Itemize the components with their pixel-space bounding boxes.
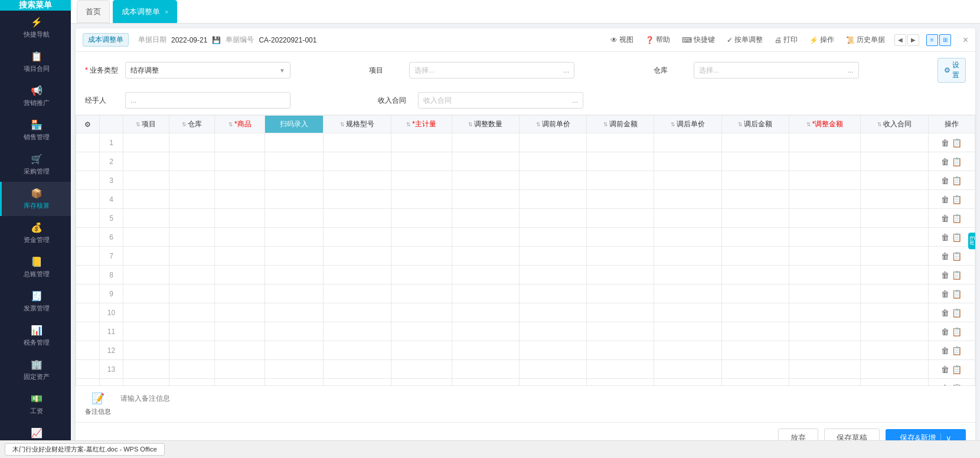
row-delete-icon[interactable]: 🗑 xyxy=(941,138,949,148)
row-delete-icon[interactable]: 🗑 xyxy=(941,308,949,318)
row-unit[interactable] xyxy=(391,133,452,152)
row-adj-amount[interactable] xyxy=(789,266,860,284)
row-copy-icon[interactable]: 📋 xyxy=(952,327,962,336)
row-prev-unit-price[interactable] xyxy=(519,322,586,341)
row-income-contract[interactable] xyxy=(861,266,928,284)
row-after-amount[interactable] xyxy=(721,266,789,284)
row-prev-amount[interactable] xyxy=(587,360,654,379)
row-prev-amount[interactable] xyxy=(587,247,654,266)
sidebar-item-marketing[interactable]: 📢 营销推广 xyxy=(0,79,71,113)
row-warehouse[interactable] xyxy=(169,379,215,386)
row-after-unit-price[interactable] xyxy=(654,303,721,322)
row-prev-amount[interactable] xyxy=(587,133,654,152)
row-copy-icon[interactable]: 📋 xyxy=(952,251,962,261)
row-after-unit-price[interactable] xyxy=(654,133,721,152)
row-warehouse[interactable] xyxy=(169,341,215,360)
row-after-unit-price[interactable] xyxy=(654,190,721,209)
row-adj-qty[interactable] xyxy=(452,133,519,152)
row-scan-input[interactable] xyxy=(265,133,324,152)
row-prev-unit-price[interactable] xyxy=(519,379,586,386)
row-adj-qty[interactable] xyxy=(452,284,519,303)
row-warehouse[interactable] xyxy=(169,360,215,379)
row-after-unit-price[interactable] xyxy=(654,247,721,266)
row-copy-icon[interactable]: 📋 xyxy=(952,176,962,185)
sidebar-item-purchase[interactable]: 🛒 采购管理 xyxy=(0,148,71,182)
row-product[interactable] xyxy=(215,284,265,303)
settings-button[interactable]: ⚙ 设置 xyxy=(937,58,966,83)
row-after-amount[interactable] xyxy=(721,360,789,379)
row-project[interactable] xyxy=(123,171,169,190)
row-prev-unit-price[interactable] xyxy=(519,247,586,266)
row-after-amount[interactable] xyxy=(721,152,789,171)
sidebar-item-invoice[interactable]: 🧾 发票管理 xyxy=(0,284,71,319)
row-project[interactable] xyxy=(123,379,169,386)
row-prev-amount[interactable] xyxy=(587,152,654,171)
row-unit[interactable] xyxy=(391,284,452,303)
row-spec-type[interactable] xyxy=(324,360,391,379)
business-type-input[interactable]: 结存调整 ▼ xyxy=(125,62,290,78)
row-prev-unit-price[interactable] xyxy=(519,341,586,360)
row-after-unit-price[interactable] xyxy=(654,322,721,341)
row-spec-type[interactable] xyxy=(324,190,391,209)
table-container[interactable]: ⚙ ⇅项目 ⇅仓库 ⇅*商品 扫码录入 ⇅规格型号 ⇅*主计量 ⇅调整数量 ⇅调… xyxy=(76,115,975,385)
row-income-contract[interactable] xyxy=(861,190,928,209)
row-income-contract[interactable] xyxy=(861,247,928,266)
doc-close-btn[interactable]: × xyxy=(963,35,968,45)
row-project[interactable] xyxy=(123,247,169,266)
row-after-amount[interactable] xyxy=(721,209,789,228)
save-icon[interactable]: 💾 xyxy=(212,36,221,44)
row-unit[interactable] xyxy=(391,228,452,247)
col-scan-input[interactable]: 扫码录入 xyxy=(265,116,324,133)
row-scan-input[interactable] xyxy=(265,247,324,266)
sidebar-item-sales[interactable]: 🏪 销售管理 xyxy=(0,113,71,148)
income-contract-input[interactable]: 收入合同 ... xyxy=(418,92,583,109)
row-product[interactable] xyxy=(215,190,265,209)
row-scan-input[interactable] xyxy=(265,209,324,228)
row-prev-amount[interactable] xyxy=(587,171,654,190)
row-adj-qty[interactable] xyxy=(452,341,519,360)
row-after-amount[interactable] xyxy=(721,341,789,360)
row-adj-qty[interactable] xyxy=(452,303,519,322)
tab-close-icon[interactable]: × xyxy=(165,8,168,15)
row-adj-amount[interactable] xyxy=(789,228,860,247)
row-adj-amount[interactable] xyxy=(789,322,860,341)
row-spec-type[interactable] xyxy=(324,152,391,171)
row-delete-icon[interactable]: 🗑 xyxy=(941,270,949,280)
nav-prev[interactable]: ◀ xyxy=(894,34,906,46)
row-spec-type[interactable] xyxy=(324,133,391,152)
row-after-amount[interactable] xyxy=(721,303,789,322)
row-adj-amount[interactable] xyxy=(789,341,860,360)
row-after-unit-price[interactable] xyxy=(654,379,721,386)
row-after-amount[interactable] xyxy=(721,379,789,386)
row-after-amount[interactable] xyxy=(721,171,789,190)
sidebar-item-tax[interactable]: 📊 税务管理 xyxy=(0,319,71,353)
row-project[interactable] xyxy=(123,322,169,341)
sidebar-item-payroll[interactable]: 💵 工资 xyxy=(0,387,71,421)
row-income-contract[interactable] xyxy=(861,209,928,228)
row-adj-amount[interactable] xyxy=(789,133,860,152)
row-adj-qty[interactable] xyxy=(452,228,519,247)
row-copy-icon[interactable]: 📋 xyxy=(952,214,962,223)
col-gear[interactable]: ⚙ xyxy=(76,116,100,133)
row-adj-qty[interactable] xyxy=(452,379,519,386)
row-adj-amount[interactable] xyxy=(789,303,860,322)
row-prev-unit-price[interactable] xyxy=(519,152,586,171)
row-prev-unit-price[interactable] xyxy=(519,190,586,209)
row-warehouse[interactable] xyxy=(169,322,215,341)
row-prev-amount[interactable] xyxy=(587,341,654,360)
warehouse-input[interactable]: 选择... ... xyxy=(694,62,859,78)
sidebar-item-fixed-assets[interactable]: 🏢 固定资产 xyxy=(0,353,71,387)
row-prev-amount[interactable] xyxy=(587,303,654,322)
row-prev-unit-price[interactable] xyxy=(519,209,586,228)
row-prev-unit-price[interactable] xyxy=(519,303,586,322)
handler-input[interactable]: ... xyxy=(125,92,290,109)
row-after-unit-price[interactable] xyxy=(654,341,721,360)
row-spec-type[interactable] xyxy=(324,209,391,228)
row-scan-input[interactable] xyxy=(265,341,324,360)
row-unit[interactable] xyxy=(391,190,452,209)
row-warehouse[interactable] xyxy=(169,190,215,209)
row-unit[interactable] xyxy=(391,171,452,190)
row-copy-icon[interactable]: 📋 xyxy=(952,270,962,280)
row-copy-icon[interactable]: 📋 xyxy=(952,195,962,204)
tab-cost-adjustment[interactable]: 成本调整单 × xyxy=(113,0,177,23)
